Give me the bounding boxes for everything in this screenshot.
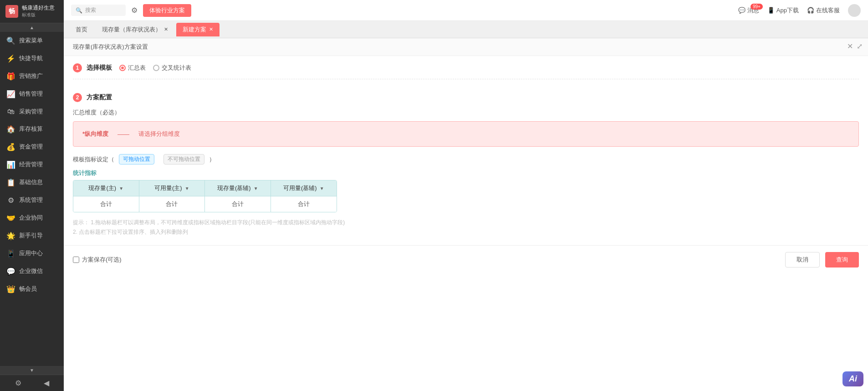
- stats-table: 现存量(主) ▼ 可用量(主) ▼ 现存量(基辅) ▼ 可用量(基辅): [73, 180, 337, 212]
- tab-home-label: 首页: [76, 26, 87, 34]
- tab-inventory[interactable]: 现存量（库存状况表） ✕: [96, 23, 174, 36]
- topbar-search[interactable]: 🔍 搜索: [71, 5, 126, 16]
- sidebar-item-collab[interactable]: 🤝 企业协同: [0, 209, 64, 227]
- sidebar-item-inventory[interactable]: 🏠 库存核算: [0, 120, 64, 138]
- radio-cross[interactable]: 交叉统计表: [153, 64, 191, 72]
- radio-summary[interactable]: 汇总表: [119, 64, 146, 72]
- sidebar-item-member[interactable]: 👑 畅会员: [0, 280, 64, 298]
- page-footer: 方案保存(可选) 取消 查询: [64, 245, 868, 274]
- ai-badge[interactable]: Ai: [842, 371, 863, 386]
- basic-info-icon: 📋: [6, 178, 15, 187]
- stats-cell-0-0: 合计: [73, 196, 139, 212]
- sidebar-bottom: ⚙ ◀: [0, 375, 64, 391]
- collab-icon: 🤝: [6, 214, 15, 222]
- sidebar-item-label: 采购管理: [19, 108, 43, 116]
- expand-icon[interactable]: ⤢: [857, 42, 863, 51]
- panel-header: 现存量(库存状况表)方案设置 ✕ ⤢: [64, 38, 868, 56]
- gear-icon-topbar[interactable]: ⚙: [131, 6, 138, 15]
- message-badge[interactable]: 💬 消息 99+: [738, 6, 759, 15]
- marketing-icon: 🎁: [6, 72, 15, 81]
- tab-new-scheme-close[interactable]: ✕: [209, 26, 213, 32]
- non-draggable-badge: 不可拖动位置: [163, 154, 204, 165]
- vertical-dim-dash: ——: [117, 131, 129, 138]
- topbar: 🔍 搜索 ⚙ 体验行业方案 💬 消息 99+ 📱 App下载 🎧 在线客服: [64, 0, 868, 21]
- col-header-0[interactable]: 现存量(主) ▼: [73, 180, 139, 196]
- app-download-icon: 📱: [767, 7, 775, 14]
- app-download-link[interactable]: 📱 App下载: [767, 6, 799, 15]
- draggable-badge: 可拖动位置: [119, 154, 154, 165]
- stats-table-header: 现存量(主) ▼ 可用量(主) ▼ 现存量(基辅) ▼ 可用量(基辅): [73, 180, 337, 196]
- step1-section: 1 选择模板 汇总表 交叉统计表: [64, 56, 868, 93]
- metrics-setting-suffix: ）: [209, 155, 215, 164]
- dim-box[interactable]: *纵向维度 —— 请选择分组维度: [73, 121, 859, 147]
- radio-cross-dot: [153, 65, 159, 71]
- close-icon[interactable]: ✕: [847, 42, 853, 51]
- step1-header: 1 选择模板 汇总表 交叉统计表: [73, 63, 859, 72]
- radio-summary-label: 汇总表: [128, 64, 146, 72]
- sidebar-item-finance[interactable]: 💰 资金管理: [0, 138, 64, 156]
- sidebar-item-label: 基础信息: [19, 178, 43, 186]
- sidebar-item-system[interactable]: ⚙ 系统管理: [0, 191, 64, 209]
- sidebar-item-basic-info[interactable]: 📋 基础信息: [0, 174, 64, 191]
- sidebar-item-label: 资金管理: [19, 143, 43, 151]
- col-header-2[interactable]: 现存量(基辅) ▼: [205, 180, 271, 196]
- tab-inventory-close[interactable]: ✕: [164, 26, 168, 32]
- sidebar-item-wechat[interactable]: 💬 企业微信: [0, 262, 64, 280]
- metrics-setting-label: 模板指标设定（: [73, 155, 114, 164]
- panel-title: 现存量(库存状况表)方案设置: [73, 43, 148, 50]
- radio-cross-label: 交叉统计表: [162, 64, 191, 72]
- radio-summary-dot: [119, 65, 126, 71]
- sidebar-logo: 畅 畅康通好生意 标准版: [0, 0, 64, 23]
- sidebar-item-operations[interactable]: 📊 经营管理: [0, 156, 64, 174]
- sales-icon: 📈: [6, 90, 15, 98]
- sidebar-item-quicknav[interactable]: ⚡ 快捷导航: [0, 50, 64, 67]
- tab-new-scheme[interactable]: 新建方案 ✕: [176, 23, 220, 36]
- trial-btn[interactable]: 体验行业方案: [143, 4, 191, 17]
- settings-bottom-btn[interactable]: ⚙: [15, 379, 21, 387]
- finance-icon: 💰: [6, 143, 15, 151]
- tab-home[interactable]: 首页: [69, 23, 94, 36]
- sidebar-item-marketing[interactable]: 🎁 营销推广: [0, 67, 64, 85]
- sidebar-item-guide[interactable]: 🌟 新手引导: [0, 227, 64, 245]
- col-label-2: 现存量(基辅): [217, 184, 251, 192]
- app-center-icon: 📱: [6, 249, 15, 258]
- query-button[interactable]: 查询: [825, 252, 859, 268]
- step1-divider: [73, 79, 859, 79]
- step2-header: 2 方案配置: [73, 93, 859, 102]
- guide-icon: 🌟: [6, 232, 15, 240]
- panel-close-btns: ✕ ⤢: [847, 42, 863, 51]
- metrics-setting-row: 模板指标设定（ 可拖动位置 不可拖动位置 ）: [73, 154, 859, 165]
- col-header-1[interactable]: 可用量(主) ▼: [139, 180, 205, 196]
- save-checkbox[interactable]: [73, 257, 79, 263]
- topbar-right: 💬 消息 99+ 📱 App下载 🎧 在线客服: [738, 4, 861, 17]
- sidebar-item-search[interactable]: 🔍 搜索菜单: [0, 32, 64, 50]
- search-icon-topbar: 🔍: [76, 7, 82, 14]
- logo-name: 畅康通好生意: [22, 5, 55, 12]
- col-label-3: 可用量(基辅): [283, 184, 317, 192]
- sidebar-item-purchase[interactable]: 🛍 采购管理: [0, 103, 64, 120]
- sidebar-item-app-center[interactable]: 📱 应用中心: [0, 245, 64, 262]
- customer-service-label: 在线客服: [816, 6, 840, 15]
- cancel-button[interactable]: 取消: [785, 252, 820, 268]
- sidebar-item-label: 新手引导: [19, 232, 43, 240]
- stats-section-title: 统计指标: [73, 169, 859, 177]
- message-count: 99+: [751, 4, 763, 10]
- collapse-btn[interactable]: ◀: [44, 379, 49, 387]
- customer-service-link[interactable]: 🎧 在线客服: [807, 6, 840, 15]
- sidebar-item-label: 企业微信: [19, 267, 43, 275]
- user-avatar[interactable]: [848, 4, 861, 17]
- stats-cell-0-2: 合计: [205, 196, 271, 212]
- step2-section: 2 方案配置 汇总维度（必选） *纵向维度 —— 请选择分组维度 模板指标设定（…: [64, 93, 868, 245]
- sidebar-item-sales[interactable]: 📈 销售管理: [0, 85, 64, 103]
- sidebar-item-label: 系统管理: [19, 196, 43, 204]
- chevron-icon-3: ▼: [320, 186, 324, 191]
- col-header-3[interactable]: 可用量(基辅) ▼: [271, 180, 337, 196]
- col-label-0: 现存量(主): [88, 184, 116, 192]
- quick-nav-icon: ⚡: [6, 54, 15, 63]
- sidebar-item-label: 应用中心: [19, 249, 43, 257]
- save-label: 方案保存(可选): [82, 256, 122, 264]
- chevron-icon-2: ▼: [254, 186, 258, 191]
- logo-icon: 畅: [5, 5, 18, 18]
- sidebar-scroll-down[interactable]: ▼: [0, 366, 64, 375]
- sidebar-scroll-up[interactable]: ▲: [0, 23, 64, 32]
